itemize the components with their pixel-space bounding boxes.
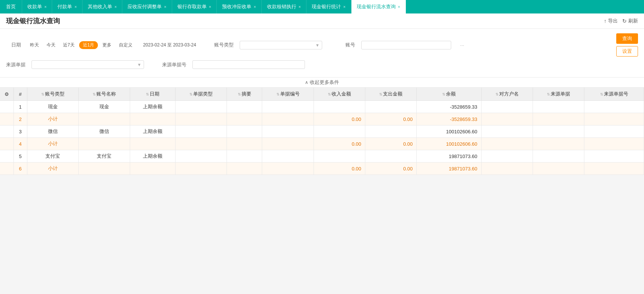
nav-tab-label: 应收应付调整单 xyxy=(128,3,162,10)
close-icon[interactable]: × xyxy=(74,4,77,9)
nav-home[interactable]: 首页 xyxy=(0,0,22,13)
filter-area: 日期 昨天 今天 近7天 近1月 更多 自定义 2023-02-24 至 202… xyxy=(0,29,644,78)
column-account-type[interactable]: ⇅账号类型 xyxy=(27,88,78,101)
nav-tab-liushuichaxun[interactable]: 现金银行流水查询 × xyxy=(351,0,406,13)
table-cell: 上期余额 xyxy=(130,101,176,113)
nav-tab-label: 银行存取款单 xyxy=(177,3,207,10)
table-cell: -3528659.33 xyxy=(417,101,481,113)
table-cell: 100102606.60 xyxy=(417,138,481,150)
table-cell xyxy=(0,138,14,150)
nav-tab-label: 收款核销执行 xyxy=(267,3,296,10)
table-header-row: ⚙ # ⇅账号类型 ⇅账号名称 ⇅日期 ⇅单据类型 ⇅摘要 ⇅单据编号 ⇅收入金… xyxy=(0,88,644,101)
collapse-bar[interactable]: ∧ 收起更多条件 xyxy=(0,78,644,88)
subtotal-row: 6小计0.000.0019871073.60 xyxy=(0,163,644,175)
nav-tab-yinhangcunkuan[interactable]: 银行存取款单 × xyxy=(172,0,217,13)
nav-tab-shoukuanhexiao[interactable]: 收款核销执行 × xyxy=(262,0,306,13)
source-doc-num-input[interactable] xyxy=(192,60,305,69)
nav-tab-yushou[interactable]: 预收冲应收单 × xyxy=(217,0,261,13)
source-doc-label: 来源单据 xyxy=(6,61,26,68)
column-doc-type[interactable]: ⇅单据类型 xyxy=(175,88,227,101)
subtotal-row: 2小计0.000.00-3528659.33 xyxy=(0,113,644,125)
column-account-name[interactable]: ⇅账号名称 xyxy=(78,88,130,101)
table-cell xyxy=(78,113,130,125)
column-balance[interactable]: ⇅余额 xyxy=(417,88,481,101)
table-cell xyxy=(533,150,584,163)
nav-tab-yingshouyingfu[interactable]: 应收应付调整单 × xyxy=(122,0,172,13)
refresh-button[interactable]: ↻ 刷新 xyxy=(622,18,638,24)
nav-tab-label: 预收冲应收单 xyxy=(222,3,251,10)
settings-button[interactable]: 设置 xyxy=(616,46,638,57)
date-opt-yesterday[interactable]: 昨天 xyxy=(27,41,42,49)
table-cell xyxy=(262,113,314,125)
nav-home-label: 首页 xyxy=(6,3,16,10)
close-icon[interactable]: × xyxy=(343,4,345,9)
table-cell xyxy=(584,138,644,150)
subtotal-row: 4小计0.000.00100102606.60 xyxy=(0,138,644,150)
nav-tab-xianjinyinhang[interactable]: 现金银行统计 × xyxy=(306,0,351,13)
column-source-doc[interactable]: ⇅来源单据 xyxy=(533,88,584,101)
close-icon[interactable]: × xyxy=(164,4,166,9)
table-cell xyxy=(227,163,262,175)
date-opt-7days[interactable]: 近7天 xyxy=(60,41,78,49)
column-income-amt[interactable]: ⇅收入金额 xyxy=(314,88,365,101)
table-cell xyxy=(262,125,314,138)
date-opt-1month[interactable]: 近1月 xyxy=(79,41,98,49)
column-expense-amt[interactable]: ⇅支出金额 xyxy=(365,88,416,101)
column-counterparty[interactable]: ⇅对方户名 xyxy=(481,88,533,101)
more-options-icon[interactable]: ··· xyxy=(460,42,464,48)
close-icon[interactable]: × xyxy=(114,4,117,9)
table-cell: 3 xyxy=(14,125,27,138)
column-gear[interactable]: ⚙ xyxy=(0,88,14,101)
table-cell xyxy=(262,163,314,175)
refresh-label: 刷新 xyxy=(628,18,638,24)
date-opt-more[interactable]: 更多 xyxy=(99,41,114,49)
close-icon[interactable]: × xyxy=(398,4,400,9)
table-cell: 现金 xyxy=(78,101,130,113)
column-date[interactable]: ⇅日期 xyxy=(130,88,176,101)
nav-tab-qitashouruda[interactable]: 其他收入单 × xyxy=(83,0,122,13)
filter-buttons: 查询 设置 xyxy=(616,33,638,57)
date-opt-today[interactable]: 今天 xyxy=(44,41,59,49)
export-label: 导出 xyxy=(608,18,618,24)
date-opt-custom[interactable]: 自定义 xyxy=(116,41,135,49)
column-num: # xyxy=(14,88,27,101)
close-icon[interactable]: × xyxy=(44,4,47,9)
nav-tab-fukuandan[interactable]: 付款单 × xyxy=(52,0,82,13)
table-cell xyxy=(227,125,262,138)
date-label: 日期 xyxy=(6,42,21,48)
column-summary[interactable]: ⇅摘要 xyxy=(227,88,262,101)
close-icon[interactable]: × xyxy=(209,4,211,9)
source-doc-num-label: 来源单据号 xyxy=(162,61,186,68)
table-cell: -3528659.33 xyxy=(417,113,481,125)
nav-tab-label: 收款单 xyxy=(27,3,42,10)
nav-tab-label: 现金银行统计 xyxy=(312,3,341,10)
refresh-icon: ↻ xyxy=(622,18,627,24)
column-doc-no[interactable]: ⇅单据编号 xyxy=(262,88,314,101)
close-icon[interactable]: × xyxy=(254,4,256,9)
table-cell: 小计 xyxy=(27,113,78,125)
account-input[interactable] xyxy=(361,41,451,49)
table-cell xyxy=(0,125,14,138)
table-cell xyxy=(584,113,644,125)
column-source-doc-no[interactable]: ⇅来源单据号 xyxy=(584,88,644,101)
table-body: 1现金现金上期余额-3528659.332小计0.000.00-3528659.… xyxy=(0,101,644,175)
header-actions: ↑ 导出 ↻ 刷新 xyxy=(604,18,638,24)
table-cell xyxy=(78,163,130,175)
nav-tab-shoukuandan[interactable]: 收款单 × xyxy=(22,0,52,13)
table-cell: 100102606.60 xyxy=(417,125,481,138)
table-cell xyxy=(175,125,227,138)
export-button[interactable]: ↑ 导出 xyxy=(604,18,618,24)
table-cell: 0.00 xyxy=(314,138,365,150)
nav-tab-label: 现金银行流水查询 xyxy=(357,3,396,10)
table-cell xyxy=(365,150,416,163)
table-cell xyxy=(175,138,227,150)
account-type-select[interactable]: ▾ xyxy=(240,41,322,49)
table-cell xyxy=(584,101,644,113)
table-cell xyxy=(533,125,584,138)
export-icon: ↑ xyxy=(604,18,606,24)
query-button[interactable]: 查询 xyxy=(616,33,638,44)
source-doc-select[interactable]: ▾ xyxy=(32,60,144,69)
table-cell xyxy=(175,113,227,125)
nav-tab-label: 付款单 xyxy=(57,3,72,10)
close-icon[interactable]: × xyxy=(299,4,301,9)
